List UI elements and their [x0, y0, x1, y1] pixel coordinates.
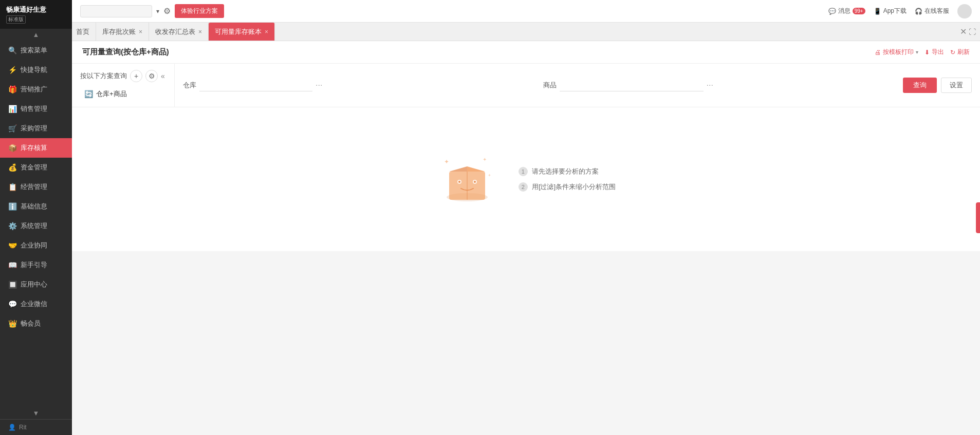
sidebar-item-enterprise[interactable]: 🤝 企业协同 [0, 236, 72, 255]
sidebar-item-wechat[interactable]: 💬 企业微信 [0, 294, 72, 314]
tabbar: 首页 库存批次账 × 收发存汇总表 × 可用量库存账本 × ✕ ⛶ [72, 23, 980, 41]
tabbar-expand-button[interactable]: ⛶ [969, 28, 976, 36]
sidebar-items: 🔍 搜索菜单 ⚡ 快捷导航 🎁 营销推广 📊 销售管理 🛒 采购管理 📦 库存核… [0, 41, 72, 407]
topbar-search-input[interactable] [80, 5, 152, 17]
refresh-button[interactable]: ↻ 刷新 [950, 48, 970, 56]
system-icon: ⚙️ [8, 222, 16, 230]
filter-query-row: 按以下方案查询 + ⚙ « 🔄 仓库+商品 [72, 64, 980, 107]
app-download-button[interactable]: 📱 App下载 [874, 7, 907, 15]
sidebar-item-marketing[interactable]: 🎁 营销推广 [0, 80, 72, 99]
warehouse-more-icon: ··· [316, 81, 322, 89]
svg-point-8 [474, 181, 476, 183]
scheme-warehouse-product[interactable]: 🔄 仓库+商品 [80, 87, 168, 101]
sidebar-item-finance[interactable]: 💰 资金管理 [0, 158, 72, 177]
sidebar-item-newbie[interactable]: 📖 新手引导 [0, 255, 72, 275]
sidebar-item-label: 销售管理 [21, 104, 47, 114]
sidebar-item-operations[interactable]: 📋 经营管理 [0, 177, 72, 197]
filter-add-button[interactable]: + [130, 70, 142, 82]
export-button[interactable]: ⬇ 导出 [924, 48, 944, 56]
wechat-icon: 💬 [8, 300, 16, 308]
sidebar-item-inventory[interactable]: 📦 库存核算 [0, 138, 72, 158]
tip-text-2: 用[过滤]条件来缩小分析范围 [532, 182, 616, 192]
online-service-button[interactable]: 🎧 在线客服 [915, 7, 949, 15]
empty-box-svg: ✦ ✦ ✦ [436, 148, 498, 210]
trial-industry-button[interactable]: 体验行业方案 [175, 4, 224, 18]
filter-panel: 按以下方案查询 + ⚙ « 🔄 仓库+商品 [72, 64, 175, 107]
sidebar-item-app-center[interactable]: 🔲 应用中心 [0, 275, 72, 294]
tab-receipt-summary[interactable]: 收发存汇总表 × [149, 23, 209, 41]
sidebar-item-system[interactable]: ⚙️ 系统管理 [0, 216, 72, 236]
message-badge: 99+ [853, 8, 865, 14]
export-label: 导出 [932, 48, 944, 56]
page-header-actions: 🖨 按模板打印 ▾ ⬇ 导出 ↻ 刷新 [875, 48, 970, 56]
sidebar-item-label: 库存核算 [21, 143, 47, 153]
sidebar-scroll-up[interactable]: ▲ [0, 29, 72, 41]
product-more-button[interactable]: ··· [707, 81, 713, 90]
operations-icon: 📋 [8, 183, 16, 191]
sidebar-item-label: 快捷导航 [21, 65, 47, 74]
member-icon: 👑 [8, 319, 16, 328]
filter-collapse-button[interactable]: « [161, 72, 165, 80]
tab-batch-account[interactable]: 库存批次账 × [96, 23, 149, 41]
refresh-label: 刷新 [957, 48, 970, 56]
scheme-icon: 🔄 [84, 90, 93, 98]
sidebar-item-label: 新手引导 [21, 260, 47, 270]
sidebar-item-label: 企业协同 [21, 241, 47, 250]
tab-home[interactable]: 首页 [76, 23, 96, 41]
topbar-gear-button[interactable]: ⚙ [163, 6, 171, 16]
app-name: 畅康通好生意 [6, 5, 66, 14]
collapse-icon: « [161, 72, 165, 80]
sidebar-item-label: 企业微信 [21, 299, 47, 309]
basic-icon: ℹ️ [8, 202, 16, 211]
template-print-label: 按模板打印 [883, 48, 914, 56]
topbar-dropdown-button[interactable]: ▾ [156, 8, 159, 15]
sidebar-item-purchase[interactable]: 🛒 采购管理 [0, 119, 72, 138]
avatar[interactable] [957, 4, 972, 18]
tab-available-stock-close[interactable]: × [265, 29, 268, 35]
query-button[interactable]: 查询 [903, 78, 937, 93]
tab-available-stock[interactable]: 可用量库存账本 × [209, 23, 275, 41]
warehouse-label: 仓库 [183, 81, 196, 90]
product-field: 商品 ··· [543, 79, 897, 91]
refresh-icon: ↻ [950, 49, 955, 56]
message-button[interactable]: 💬 消息 99+ [828, 7, 865, 15]
filter-settings-button[interactable]: ⚙ [145, 70, 158, 82]
main-area: ▾ ⚙ 体验行业方案 💬 消息 99+ 📱 App下载 🎧 在线客服 首页 [72, 0, 980, 435]
sidebar-item-quick-nav[interactable]: ⚡ 快捷导航 [0, 60, 72, 80]
tab-batch-account-label: 库存批次账 [102, 27, 136, 36]
tab-home-label: 首页 [76, 27, 89, 36]
empty-illustration: ✦ ✦ ✦ [436, 148, 498, 210]
sidebar-scroll-down[interactable]: ▼ [0, 407, 72, 419]
printer-icon: 🖨 [875, 49, 881, 56]
sidebar-item-label: 经营管理 [21, 182, 47, 192]
sidebar-footer: 👤 Rit [0, 419, 72, 435]
right-scroll-handle[interactable] [976, 202, 980, 233]
topbar-right: 💬 消息 99+ 📱 App下载 🎧 在线客服 [828, 4, 972, 18]
svg-text:✦: ✦ [488, 173, 491, 178]
product-input[interactable] [560, 79, 704, 91]
sidebar-item-basic[interactable]: ℹ️ 基础信息 [0, 197, 72, 216]
tip-number-2: 2 [519, 182, 528, 192]
tab-batch-account-close[interactable]: × [139, 29, 142, 35]
template-print-button[interactable]: 🖨 按模板打印 ▾ [875, 48, 918, 56]
tip-text-1: 请先选择要分析的方案 [532, 167, 599, 176]
inventory-icon: 📦 [8, 144, 16, 152]
filter-label: 按以下方案查询 [80, 71, 127, 81]
app-download-label: App下载 [883, 7, 907, 15]
topbar: ▾ ⚙ 体验行业方案 💬 消息 99+ 📱 App下载 🎧 在线客服 [72, 0, 980, 23]
warehouse-input[interactable] [199, 79, 312, 91]
product-label: 商品 [543, 81, 557, 90]
settings-button[interactable]: 设置 [941, 78, 972, 93]
sidebar-item-member[interactable]: 👑 畅会员 [0, 314, 72, 333]
add-icon: + [134, 72, 138, 80]
export-icon: ⬇ [924, 49, 930, 56]
sidebar-item-sales[interactable]: 📊 销售管理 [0, 99, 72, 119]
warehouse-more-button[interactable]: ··· [316, 81, 322, 90]
svg-marker-2 [449, 166, 467, 172]
tab-receipt-summary-close[interactable]: × [198, 29, 202, 35]
tabbar-close-all-button[interactable]: ✕ [960, 27, 967, 36]
sidebar-item-search[interactable]: 🔍 搜索菜单 [0, 41, 72, 60]
quick-nav-icon: ⚡ [8, 66, 16, 74]
newbie-icon: 📖 [8, 261, 16, 269]
online-service-label: 在线客服 [924, 7, 949, 15]
